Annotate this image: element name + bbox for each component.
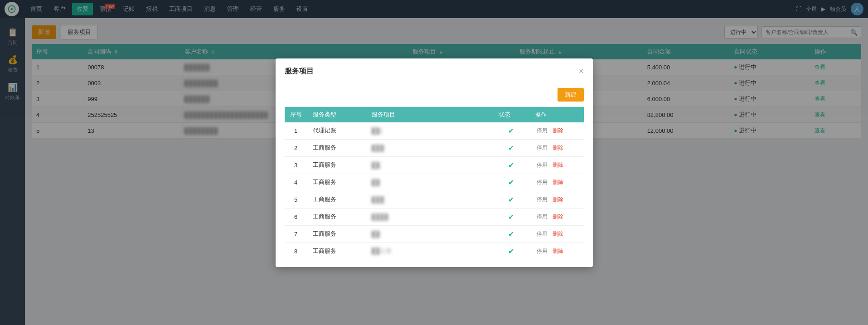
modal-cell-status: ✔: [493, 208, 529, 225]
modal-title: 服务项目: [285, 67, 314, 76]
modal-cell-action: 停用 删除: [529, 174, 584, 191]
modal-cell-status: ✔: [493, 174, 529, 191]
modal-cell-status: ✔: [493, 225, 529, 243]
modal-col-item: 服务项目: [366, 107, 493, 122]
modal-col-action: 操作: [529, 107, 584, 122]
modal-cell-type: 工商服务: [307, 174, 366, 191]
status-check-icon: ✔: [508, 144, 514, 152]
modal-cell-status: ✔: [493, 243, 529, 260]
modal-table-row: 5 工商服务 ███ ✔ 停用 删除: [285, 191, 584, 208]
modal-cell-action: 停用 删除: [529, 225, 584, 243]
modal-cell-item: ██1: [366, 122, 493, 140]
stop-button[interactable]: 停用: [535, 229, 549, 239]
modal-cell-status: ✔: [493, 156, 529, 174]
modal-close-button[interactable]: ×: [579, 67, 584, 75]
modal-col-status: 状态: [493, 107, 529, 122]
modal-cell-status: ✔: [493, 139, 529, 156]
stop-button[interactable]: 停用: [535, 178, 549, 187]
stop-button[interactable]: 停用: [535, 126, 549, 136]
modal-cell-no: 5: [285, 191, 307, 208]
modal-table-row: 7 工商服务 ██ ✔ 停用 删除: [285, 225, 584, 243]
modal-cell-item: ██: [366, 174, 493, 191]
modal-cell-action: 停用 删除: [529, 191, 584, 208]
status-check-icon: ✔: [508, 127, 514, 135]
delete-button[interactable]: 删除: [551, 178, 565, 187]
modal-overlay[interactable]: 服务项目 × 新建 序号 服务类型 服务项目 状态 操作: [0, 0, 868, 325]
modal-cell-type: 工商服务: [307, 208, 366, 225]
modal-cell-type: 工商服务: [307, 243, 366, 260]
modal-cell-item: ██: [366, 156, 493, 174]
delete-button[interactable]: 删除: [551, 143, 565, 153]
modal-cell-no: 2: [285, 139, 307, 156]
stop-button[interactable]: 停用: [535, 195, 549, 204]
modal-cell-type: 工商服务: [307, 139, 366, 156]
stop-button[interactable]: 停用: [535, 247, 549, 256]
modal-col-no: 序号: [285, 107, 307, 122]
modal-cell-no: 8: [285, 243, 307, 260]
modal-table-row: 6 工商服务 ████ ✔ 停用 删除: [285, 208, 584, 225]
delete-button[interactable]: 删除: [551, 195, 565, 204]
modal-cell-status: ✔: [493, 122, 529, 140]
service-modal: 服务项目 × 新建 序号 服务类型 服务项目 状态 操作: [276, 58, 593, 267]
status-check-icon: ✔: [508, 247, 514, 255]
modal-col-type: 服务类型: [307, 107, 366, 122]
modal-cell-status: ✔: [493, 191, 529, 208]
modal-cell-type: 代理记账: [307, 122, 366, 140]
modal-cell-action: 停用 删除: [529, 156, 584, 174]
modal-table-row: 3 工商服务 ██ ✔ 停用 删除: [285, 156, 584, 174]
status-check-icon: ✔: [508, 161, 514, 169]
modal-cell-no: 3: [285, 156, 307, 174]
modal-cell-action: 停用 删除: [529, 208, 584, 225]
modal-cell-action: 停用 删除: [529, 122, 584, 140]
modal-cell-type: 工商服务: [307, 191, 366, 208]
service-table: 序号 服务类型 服务项目 状态 操作 1 代理记账 ██1 ✔ 停用 删除 2 …: [285, 107, 584, 260]
status-check-icon: ✔: [508, 230, 514, 238]
modal-cell-no: 6: [285, 208, 307, 225]
delete-button[interactable]: 删除: [551, 160, 565, 170]
modal-cell-item: ██: [366, 225, 493, 243]
stop-button[interactable]: 停用: [535, 212, 549, 222]
modal-cell-item: ████: [366, 208, 493, 225]
delete-button[interactable]: 删除: [551, 247, 565, 256]
modal-table-row: 8 工商服务 ██注册 ✔ 停用 删除: [285, 243, 584, 260]
modal-table-row: 2 工商服务 ███ ✔ 停用 删除: [285, 139, 584, 156]
modal-table-row: 4 工商服务 ██ ✔ 停用 删除: [285, 174, 584, 191]
modal-cell-type: 工商服务: [307, 156, 366, 174]
status-check-icon: ✔: [508, 196, 514, 204]
stop-button[interactable]: 停用: [535, 143, 549, 153]
modal-cell-no: 1: [285, 122, 307, 140]
modal-table-row: 1 代理记账 ██1 ✔ 停用 删除: [285, 122, 584, 140]
modal-cell-no: 4: [285, 174, 307, 191]
modal-cell-action: 停用 删除: [529, 139, 584, 156]
modal-cell-type: 工商服务: [307, 225, 366, 243]
modal-cell-no: 7: [285, 225, 307, 243]
modal-cell-item: ███: [366, 191, 493, 208]
status-check-icon: ✔: [508, 179, 514, 186]
modal-scroll-area[interactable]: 序号 服务类型 服务项目 状态 操作 1 代理记账 ██1 ✔ 停用 删除 2 …: [285, 107, 584, 260]
status-check-icon: ✔: [508, 213, 514, 221]
modal-toolbar: 新建: [285, 88, 584, 102]
modal-new-button[interactable]: 新建: [558, 88, 584, 102]
delete-button[interactable]: 删除: [551, 126, 565, 136]
delete-button[interactable]: 删除: [551, 229, 565, 239]
stop-button[interactable]: 停用: [535, 160, 549, 170]
modal-cell-item: ███: [366, 139, 493, 156]
modal-body: 新建 序号 服务类型 服务项目 状态 操作 1 代理记账 ██1: [276, 81, 593, 267]
delete-button[interactable]: 删除: [551, 212, 565, 222]
modal-cell-item: ██注册: [366, 243, 493, 260]
modal-cell-action: 停用 删除: [529, 243, 584, 260]
modal-header: 服务项目 ×: [276, 58, 593, 81]
